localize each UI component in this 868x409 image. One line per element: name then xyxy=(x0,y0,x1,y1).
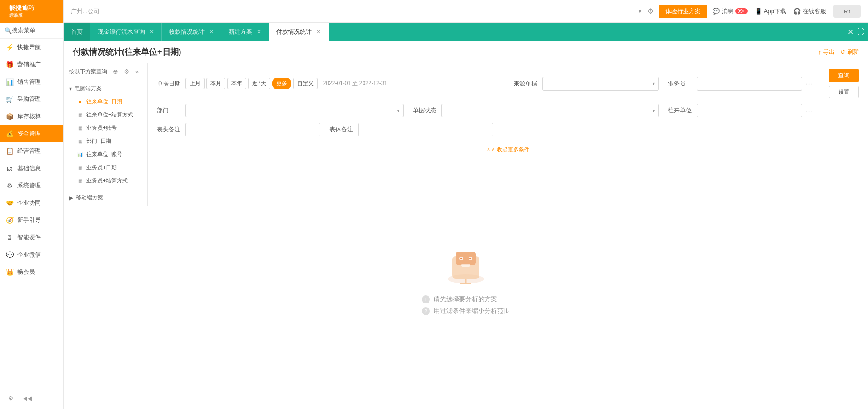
query-form: 单据日期 上月 本月 本年 近7天 更多 自定义 2022-01-01 至 20… xyxy=(148,63,868,206)
refresh-btn[interactable]: ↺ 刷新 xyxy=(840,48,859,56)
app-download-btn[interactable]: 📱 App下载 xyxy=(755,7,786,15)
date-buttons: 上月 本月 本年 近7天 更多 自定义 xyxy=(185,78,318,89)
online-service-btn[interactable]: 🎧 在线客服 xyxy=(793,7,826,15)
sidebar-item-sales[interactable]: 📊 销售管理 xyxy=(0,73,63,91)
scheme-item-staff-date[interactable]: ▦ 业务员+日期 xyxy=(64,161,147,174)
tab-bank-flow[interactable]: 现金银行流水查询 ✕ xyxy=(90,23,162,41)
tab-home[interactable]: 首页 xyxy=(64,23,90,41)
filter-area: 按以下方案查询 ⊕ ⚙ « ▾ 电脑端方案 ● 往来单位+日期 xyxy=(64,63,868,206)
staff-dots-icon[interactable]: ··· xyxy=(806,80,813,87)
topbar-gear-icon[interactable]: ⚙ xyxy=(647,7,653,15)
date-btn-more[interactable]: 更多 xyxy=(272,78,291,89)
tab-new-scheme-close-icon[interactable]: ✕ xyxy=(257,29,261,35)
sidebar-item-corp[interactable]: 🤝 企业协同 xyxy=(0,194,63,212)
table-head-note-input[interactable] xyxy=(185,123,320,136)
system-icon: ⚙ xyxy=(5,182,14,190)
collapse-bar[interactable]: ∧∧ 收起更多条件 xyxy=(157,142,859,157)
date-btn-this-year[interactable]: 本年 xyxy=(227,78,246,89)
table-body-note-input[interactable] xyxy=(358,123,493,136)
sidebar-item-member[interactable]: 👑 畅会员 xyxy=(0,263,63,281)
headset-icon: 🎧 xyxy=(793,8,801,15)
tab-new-scheme-label: 新建方案 xyxy=(229,28,252,36)
scheme-item-unit-account[interactable]: 📊 往来单位+账号 xyxy=(64,148,147,161)
scheme-item-dept-date[interactable]: ▦ 部门+日期 xyxy=(64,135,147,148)
sidebar-item-basic-info[interactable]: 🗂 基础信息 xyxy=(0,160,63,177)
trial-btn[interactable]: 体验行业方案 xyxy=(659,5,707,18)
tabs-fullscreen-icon[interactable]: ⛶ xyxy=(857,28,864,36)
tabs-bar: 首页 现金银行流水查询 ✕ 收款情况统计 ✕ 新建方案 ✕ 付款情况统计 ✕ ✕… xyxy=(64,23,868,41)
sidebar-item-quick-nav[interactable]: ⚡ 快捷导航 xyxy=(0,39,63,56)
hardware-icon: 🖥 xyxy=(5,233,14,242)
counter-party-input[interactable] xyxy=(697,104,802,117)
sidebar-item-marketing[interactable]: 🎁 营销推广 xyxy=(0,56,63,73)
sidebar-item-operation[interactable]: 📋 经营管理 xyxy=(0,142,63,160)
sidebar-item-guide[interactable]: 🧭 新手引导 xyxy=(0,212,63,229)
sidebar-label-guide: 新手引导 xyxy=(17,216,41,224)
page-title: 付款情况统计(往来单位+日期) xyxy=(73,46,181,57)
date-btn-custom[interactable]: 自定义 xyxy=(293,78,318,89)
staff-field: 业务员 ··· xyxy=(668,77,813,91)
tabs-close-icon[interactable]: ✕ xyxy=(848,28,853,36)
settings-scheme-icon[interactable]: ⚙ xyxy=(122,67,131,76)
scheme-item-staff-account[interactable]: ▦ 业务员+账号 xyxy=(64,121,147,135)
scheme-item-dept-date-label: 部门+日期 xyxy=(86,137,111,145)
dept-select[interactable]: ▾ xyxy=(185,104,404,117)
table-body-note-label: 表体备注 xyxy=(329,126,354,134)
staff-input[interactable] xyxy=(697,77,802,91)
sidebar-label-corp: 企业协同 xyxy=(17,199,41,207)
tab-payment-stats-close-icon[interactable]: ✕ xyxy=(316,29,321,35)
query-btn[interactable]: 查询 xyxy=(829,69,859,82)
source-select[interactable]: ▾ xyxy=(542,77,659,91)
sidebar-item-system[interactable]: ⚙ 系统管理 xyxy=(0,177,63,194)
sidebar-item-hardware[interactable]: 🖥 智能硬件 xyxy=(0,229,63,246)
message-btn[interactable]: 💬 消息 99+ xyxy=(713,7,748,15)
avatar[interactable]: Rit xyxy=(833,5,861,18)
refresh-label: 刷新 xyxy=(847,48,859,56)
counter-party-dots-icon[interactable]: ··· xyxy=(806,107,813,114)
collapse-sidebar-btn[interactable]: ◀◀ xyxy=(21,392,34,404)
collapse-scheme-icon[interactable]: « xyxy=(133,67,142,76)
sidebar-item-wechat[interactable]: 💬 企业微信 xyxy=(0,246,63,263)
settings-btn[interactable]: 设置 xyxy=(829,86,859,98)
sidebar-item-funds[interactable]: 💰 资金管理 xyxy=(0,125,63,142)
scheme-item-unit-date[interactable]: ● 往来单位+日期 xyxy=(64,95,147,108)
source-label: 来源单据 xyxy=(514,80,539,88)
scheme-item-unit-settlement-icon: ▦ xyxy=(76,111,84,119)
search-menu[interactable]: 🔍 搜索菜单 xyxy=(0,23,63,39)
settings-bottom-btn[interactable]: ⚙ xyxy=(5,392,17,404)
date-range-text: 2022-01-01 至 2022-12-31 xyxy=(323,80,387,87)
sidebar-label-inventory: 库存核算 xyxy=(17,112,41,121)
export-btn[interactable]: ↑ 导出 xyxy=(818,48,835,56)
tab-payment-stats[interactable]: 付款情况统计 ✕ xyxy=(269,23,329,41)
tab-income-stats-close-icon[interactable]: ✕ xyxy=(209,29,214,35)
search-icon: 🔍 xyxy=(5,27,12,34)
add-scheme-icon[interactable]: ⊕ xyxy=(111,67,120,76)
company-chevron-icon[interactable]: ▾ xyxy=(639,8,642,15)
scheme-item-staff-settlement[interactable]: ▦ 业务员+结算方式 xyxy=(64,174,147,187)
date-btn-this-month[interactable]: 本月 xyxy=(206,78,225,89)
sidebar-label-operation: 经营管理 xyxy=(17,147,41,155)
scheme-header-title: 按以下方案查询 xyxy=(69,68,107,76)
date-btn-last-7days[interactable]: 近7天 xyxy=(248,78,270,89)
scheme-group-desktop-title[interactable]: ▾ 电脑端方案 xyxy=(64,82,147,95)
logo-version: 标准版 xyxy=(9,12,35,19)
tab-income-stats[interactable]: 收款情况统计 ✕ xyxy=(162,23,221,41)
sidebar-label-basic-info: 基础信息 xyxy=(17,164,41,172)
svg-rect-2 xyxy=(456,252,476,265)
scheme-item-unit-settlement[interactable]: ▦ 往来单位+结算方式 xyxy=(64,108,147,121)
message-label: 消息 xyxy=(722,7,733,15)
sidebar-item-inventory[interactable]: 📦 库存核算 xyxy=(0,108,63,125)
svg-point-5 xyxy=(460,258,462,259)
avatar-text: Rit xyxy=(844,9,850,14)
bill-status-select[interactable]: ▾ xyxy=(441,104,659,117)
bill-status-arrow-icon: ▾ xyxy=(653,108,655,113)
online-service-label: 在线客服 xyxy=(803,7,826,15)
empty-state-tip-1: 1 请先选择要分析的方案 xyxy=(422,295,510,303)
export-label: 导出 xyxy=(823,48,835,56)
tab-bank-flow-close-icon[interactable]: ✕ xyxy=(150,29,154,35)
tab-new-scheme[interactable]: 新建方案 ✕ xyxy=(221,23,269,41)
sidebar-item-purchase[interactable]: 🛒 采购管理 xyxy=(0,91,63,108)
app-download-label: App下载 xyxy=(764,7,786,15)
date-btn-last-month[interactable]: 上月 xyxy=(185,78,205,89)
scheme-group-mobile-title[interactable]: ▶ 移动端方案 xyxy=(64,191,147,204)
